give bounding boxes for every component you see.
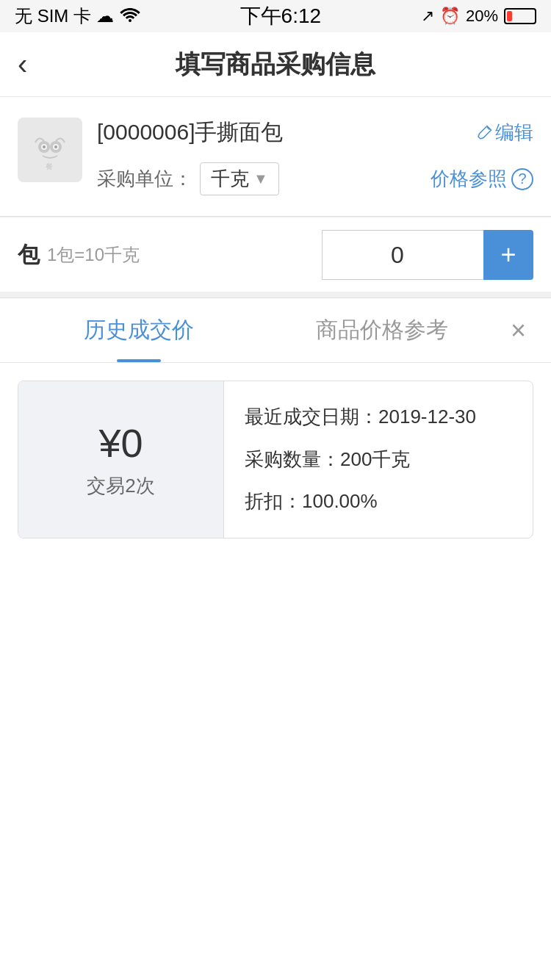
tab-history-price[interactable]: 历史成交价 (18, 298, 260, 362)
battery-indicator (504, 8, 536, 24)
product-name: [0000006]手撕面包 (97, 118, 283, 148)
status-right: ↗ ⏰ 20% (421, 7, 536, 26)
edit-button[interactable]: 编辑 (476, 120, 533, 145)
bottom-panel: 历史成交价 商品价格参考 × ¥0 交易2次 最近成交日期：2019-12-30… (0, 298, 551, 980)
quantity-plus-button[interactable]: + (483, 230, 533, 280)
quantity-unit-note: 1包=10千克 (47, 243, 140, 267)
location-icon: ↗ (421, 7, 434, 26)
wifi-icon (120, 6, 140, 26)
quantity-label: 包 1包=10千克 (18, 240, 140, 270)
tab-product-price-ref[interactable]: 商品价格参考 (260, 298, 503, 362)
status-bar: 无 SIM 卡 ☁ 下午6:12 ↗ ⏰ 20% (0, 0, 551, 32)
svg-text:餐: 餐 (46, 162, 53, 170)
discount-row: 折扣：100.00% (245, 486, 512, 517)
price-card: ¥0 交易2次 最近成交日期：2019-12-30 采购数量：200千克 折扣：… (18, 381, 533, 538)
back-button[interactable]: ‹ (18, 48, 27, 81)
quantity-section: 包 1包=10千克 + (0, 218, 551, 298)
purchase-quantity-row: 采购数量：200千克 (245, 444, 512, 475)
quantity-badge: 包 (18, 240, 40, 270)
alarm-icon: ⏰ (440, 7, 460, 26)
product-card: 餐 [0000006]手撕面包 编辑 采购单位： 千克 ▼ (0, 97, 551, 217)
recent-date-row: 最近成交日期：2019-12-30 (245, 402, 512, 433)
status-time: 下午6:12 (240, 2, 322, 30)
svg-point-4 (43, 145, 46, 148)
tabs-row: 历史成交价 商品价格参考 × (0, 298, 551, 363)
tab-close-button[interactable]: × (503, 315, 533, 346)
product-logo: 餐 (18, 118, 82, 182)
price-amount: ¥0 (98, 420, 143, 466)
sim-text: 无 SIM 卡 ☁ (15, 4, 114, 28)
history-price-content: ¥0 交易2次 最近成交日期：2019-12-30 采购数量：200千克 折扣：… (0, 363, 551, 556)
unit-selector-row: 采购单位： 千克 ▼ (97, 162, 279, 195)
svg-point-5 (54, 145, 57, 148)
battery-percent: 20% (466, 7, 498, 26)
quantity-input-row: + (322, 230, 533, 280)
bottom-space (0, 556, 551, 980)
page-title: 填写商品采购信息 (176, 48, 375, 82)
quantity-input[interactable] (322, 230, 483, 280)
price-card-left: ¥0 交易2次 (18, 381, 224, 538)
price-card-right: 最近成交日期：2019-12-30 采购数量：200千克 折扣：100.00% (224, 381, 533, 538)
unit-label: 采购单位： (97, 166, 192, 192)
status-left: 无 SIM 卡 ☁ (15, 4, 140, 28)
unit-dropdown[interactable]: 千克 ▼ (200, 162, 279, 195)
trade-count: 交易2次 (87, 473, 154, 499)
price-ref-button[interactable]: 价格参照 ? (431, 166, 533, 192)
page-header: ‹ 填写商品采购信息 (0, 32, 551, 97)
product-info: [0000006]手撕面包 编辑 采购单位： 千克 ▼ 价格参照 ? (97, 118, 533, 195)
help-icon: ? (511, 168, 533, 190)
